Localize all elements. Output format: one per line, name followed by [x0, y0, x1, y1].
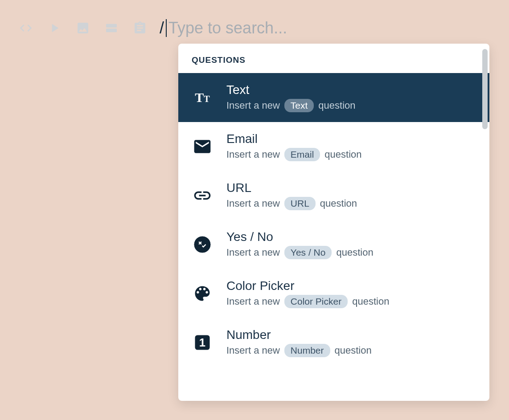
badge: Text [284, 99, 314, 112]
email-icon [192, 136, 213, 157]
item-description: Insert a new Text question [226, 99, 476, 112]
badge: URL [284, 197, 316, 210]
svg-point-2 [194, 237, 211, 253]
yes-no-icon [192, 234, 213, 255]
slash-prefix: / [160, 19, 164, 37]
toolbar: / [0, 0, 509, 37]
dropdown-list: TT Text Insert a new Text question Email [178, 73, 489, 367]
dropdown-item-email[interactable]: Email Insert a new Email question [178, 122, 489, 171]
item-description: Insert a new Email question [226, 148, 476, 161]
link-icon [192, 185, 213, 206]
scrollbar[interactable] [482, 49, 488, 129]
toolbar-icon-group [19, 21, 147, 35]
number-icon: 1 [192, 332, 213, 353]
item-title: Color Picker [226, 279, 476, 293]
palette-icon [192, 283, 213, 304]
badge: Number [284, 344, 330, 357]
svg-rect-0 [106, 24, 117, 28]
dropdown-menu: QUESTIONS TT Text Insert a new Text ques… [178, 44, 489, 401]
image-icon[interactable] [76, 21, 90, 35]
badge: Yes / No [284, 246, 332, 259]
badge: Color Picker [284, 295, 348, 308]
search-input[interactable] [168, 19, 391, 37]
item-description: Insert a new Color Picker question [226, 295, 476, 308]
code-icon[interactable] [19, 21, 33, 35]
dropdown-item-yes-no[interactable]: Yes / No Insert a new Yes / No question [178, 220, 489, 269]
text-icon: TT [192, 87, 213, 108]
text-cursor [166, 19, 167, 37]
item-title: Yes / No [226, 230, 476, 244]
rows-icon[interactable] [104, 21, 119, 35]
search-area: / [160, 19, 391, 37]
item-title: Text [226, 83, 476, 97]
dropdown-item-number[interactable]: 1 Number Insert a new Number question [178, 318, 489, 367]
clipboard-icon[interactable] [133, 21, 147, 35]
dropdown-section-header: QUESTIONS [178, 44, 489, 73]
svg-text:1: 1 [199, 336, 205, 349]
play-icon[interactable] [47, 21, 62, 35]
dropdown-item-text[interactable]: TT Text Insert a new Text question [178, 73, 489, 122]
svg-rect-1 [106, 29, 117, 32]
badge: Email [284, 148, 320, 161]
item-title: Number [226, 328, 476, 342]
item-description: Insert a new Yes / No question [226, 246, 476, 259]
item-description: Insert a new URL question [226, 197, 476, 210]
item-title: Email [226, 132, 476, 146]
item-title: URL [226, 181, 476, 195]
dropdown-item-url[interactable]: URL Insert a new URL question [178, 171, 489, 220]
item-description: Insert a new Number question [226, 344, 476, 357]
dropdown-item-color-picker[interactable]: Color Picker Insert a new Color Picker q… [178, 269, 489, 318]
